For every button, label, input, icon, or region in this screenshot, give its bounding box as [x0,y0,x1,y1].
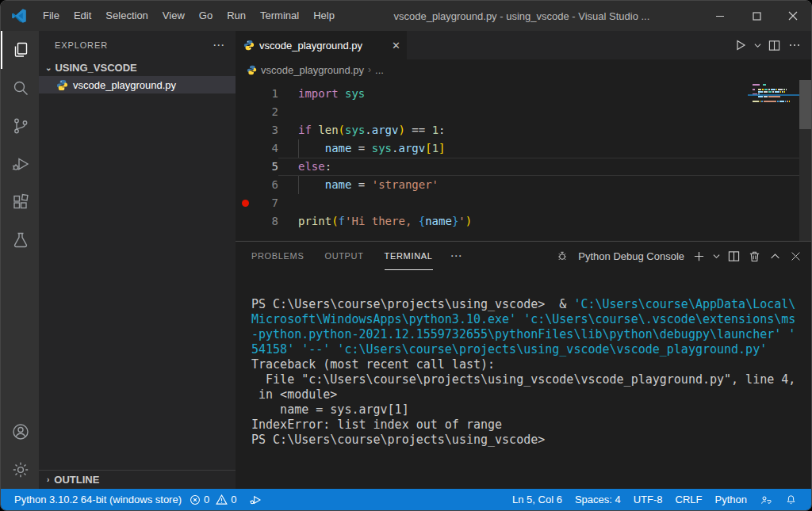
run-file-icon[interactable] [732,36,749,54]
feedback-icon[interactable] [753,494,779,506]
glyph-margin[interactable] [236,139,256,158]
eol-status[interactable]: CRLF [669,494,709,505]
editor-scrollbar[interactable] [799,80,811,241]
code-line[interactable]: 7 [236,194,811,212]
menu-edit[interactable]: Edit [67,1,98,31]
extensions-icon[interactable] [1,183,39,221]
new-terminal-plus-icon[interactable] [691,248,707,264]
code-line[interactable]: 5else: [236,158,811,176]
line-content[interactable]: if len(sys.argv) == 1: [278,121,811,139]
line-content[interactable] [278,194,811,212]
code-line[interactable]: 1import sys [236,85,811,103]
tab-close-icon[interactable]: ✕ [392,40,400,51]
breakpoint-dot[interactable] [242,200,249,207]
line-content[interactable]: print(f'Hi there, {name}') [278,212,811,231]
code-line[interactable]: 4 name = sys.argv[1] [236,139,811,158]
menu-file[interactable]: File [36,1,67,31]
outline-section-header[interactable]: › OUTLINE [39,470,236,489]
cursor-position-status[interactable]: Ln 5, Col 6 [506,494,569,505]
terminal-line: Microsoft\WindowsApps\python3.10.exe' 'c… [251,312,811,327]
tab-terminal[interactable]: TERMINAL [385,242,433,270]
maximize-panel-chevron-icon[interactable] [767,248,783,264]
indentation-status[interactable]: Spaces: 4 [569,494,627,505]
close-button[interactable] [775,1,811,31]
search-icon[interactable] [1,69,39,107]
python-interpreter-status[interactable]: Python 3.10.2 64-bit (windows store) [10,489,186,510]
terminal-output[interactable]: PS C:\Users\course\projects\using_vscode… [236,270,811,489]
line-content[interactable]: name = sys.argv[1] [278,139,811,158]
chevron-right-icon: › [47,475,49,484]
terminal-line: -python.python-2021.12.1559732655\python… [251,327,811,342]
close-panel-icon[interactable] [787,248,803,264]
glyph-margin[interactable] [236,121,256,139]
settings-gear-icon[interactable] [1,451,39,489]
line-content[interactable] [278,103,811,121]
editor-more-actions-icon[interactable] [786,36,803,54]
menu-terminal[interactable]: Terminal [253,1,306,31]
warnings-count: 0 [231,494,236,505]
encoding-status[interactable]: UTF-8 [627,494,669,505]
terminal-selector-label[interactable]: Python Debug Console [578,250,684,262]
notifications-bell-icon[interactable] [779,494,803,505]
chevron-down-icon: ⌄ [45,63,52,72]
menu-run[interactable]: Run [220,1,253,31]
account-icon[interactable] [1,413,39,451]
terminal-dropdown-chevron-icon[interactable] [711,248,721,264]
title-bar: File Edit Selection View Go Run Terminal… [1,1,811,31]
menu-help[interactable]: Help [306,1,342,31]
python-file-icon [247,65,257,75]
vscode-window: File Edit Selection View Go Run Terminal… [0,0,812,511]
python-file-icon [243,40,255,51]
code-line[interactable]: 6 name = 'stranger' [236,176,811,194]
terminal-line: 54158' '--' 'c:\Users\course\projects\us… [251,342,811,357]
menu-view[interactable]: View [155,1,192,31]
glyph-margin[interactable] [236,194,256,212]
problems-status[interactable]: 0 0 [186,489,240,510]
breadcrumb-file[interactable]: vscode_playground.py [261,64,364,76]
code-line[interactable]: 8print(f'Hi there, {name}') [236,212,811,231]
kill-terminal-trash-icon[interactable] [746,248,762,264]
folder-section-header[interactable]: ⌄ USING_VSCODE [39,59,236,76]
glyph-margin[interactable] [236,212,256,231]
language-mode-status[interactable]: Python [709,494,753,505]
split-editor-icon[interactable] [765,36,783,54]
scrollbar-slider[interactable] [799,80,811,129]
outline-label: OUTLINE [54,474,99,486]
tab-vscode-playground[interactable]: vscode_playground.py ✕ [236,31,407,59]
run-and-debug-icon[interactable] [1,145,39,183]
warnings-icon [216,494,228,505]
glyph-margin[interactable] [236,85,256,103]
menu-selection[interactable]: Selection [98,1,155,31]
code-editor[interactable]: 1import sys23if len(sys.argv) == 1:4 nam… [236,80,811,241]
line-number: 3 [256,121,278,139]
folder-name: USING_VSCODE [55,62,136,74]
line-content[interactable]: name = 'stranger' [278,176,811,194]
split-terminal-icon[interactable] [726,248,741,264]
panel-more-tabs-icon[interactable]: ⋯ [450,249,464,263]
line-content[interactable]: else: [278,158,811,176]
minimap[interactable] [753,84,794,103]
glyph-margin[interactable] [236,103,256,121]
explorer-more-actions-icon[interactable]: ⋯ [213,38,226,52]
file-item-vscode-playground[interactable]: vscode_playground.py [39,76,236,93]
glyph-margin[interactable] [236,158,256,176]
tab-problems[interactable]: PROBLEMS [251,242,304,270]
line-content[interactable]: import sys [278,85,811,103]
code-line[interactable]: 2 [236,103,811,121]
maximize-button[interactable] [738,1,775,31]
activity-bar [1,31,39,489]
breadcrumb[interactable]: vscode_playground.py › ... [236,59,811,80]
debugpy-status-icon[interactable] [245,489,266,510]
menu-go[interactable]: Go [192,1,220,31]
tab-output[interactable]: OUTPUT [324,242,363,270]
glyph-margin[interactable] [236,176,256,194]
terminal-line: name = sys.argv[1] [251,402,811,418]
run-dropdown-chevron-icon[interactable] [753,36,762,54]
file-name: vscode_playground.py [73,79,176,91]
source-control-icon[interactable] [1,107,39,145]
minimize-button[interactable] [702,1,738,31]
explorer-icon[interactable] [1,31,39,69]
testing-icon[interactable] [1,221,39,259]
code-line[interactable]: 3if len(sys.argv) == 1: [236,121,811,139]
breadcrumb-symbol[interactable]: ... [375,64,384,76]
